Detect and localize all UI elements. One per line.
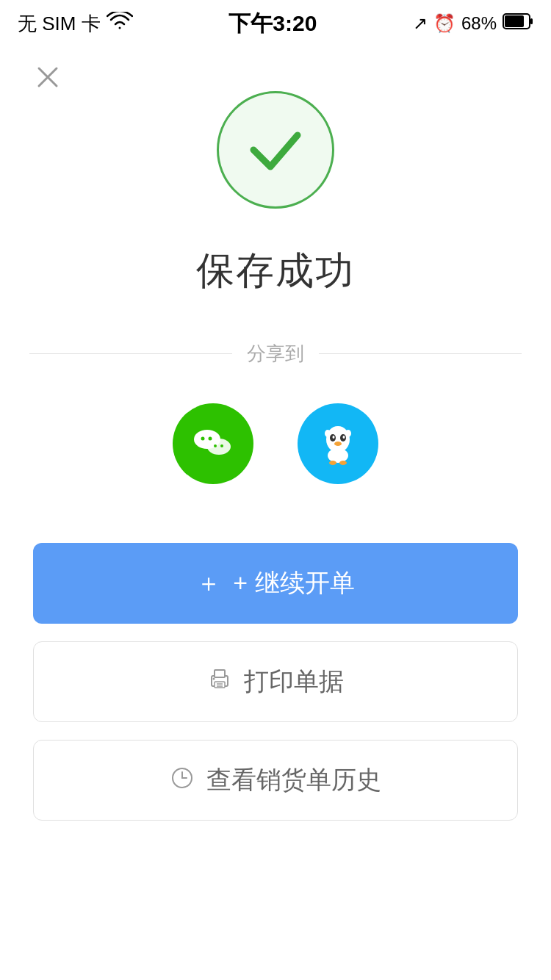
divider-line-right bbox=[319, 353, 522, 354]
location-icon: ↗ bbox=[413, 13, 428, 34]
continue-plus-icon: ＋ bbox=[196, 566, 221, 600]
svg-point-27 bbox=[213, 677, 215, 680]
svg-point-10 bbox=[220, 444, 223, 447]
close-button[interactable] bbox=[29, 59, 66, 96]
wechat-icon bbox=[188, 419, 238, 469]
alarm-icon: ⏰ bbox=[433, 13, 455, 34]
status-right: ↗ ⏰ 68% bbox=[413, 13, 533, 34]
battery-icon bbox=[503, 13, 533, 34]
print-button[interactable]: 打印单据 bbox=[33, 641, 518, 722]
checkmark-icon bbox=[242, 117, 309, 183]
svg-point-14 bbox=[333, 436, 335, 439]
share-wechat-button[interactable] bbox=[173, 403, 253, 484]
svg-point-19 bbox=[328, 448, 348, 463]
svg-point-6 bbox=[207, 439, 231, 455]
history-label: 查看销货单历史 bbox=[206, 763, 381, 797]
status-left: 无 SIM 卡 bbox=[18, 11, 133, 37]
svg-point-7 bbox=[201, 437, 205, 441]
svg-point-9 bbox=[214, 444, 217, 447]
history-icon bbox=[170, 765, 195, 796]
svg-point-21 bbox=[339, 461, 347, 465]
share-label: 分享到 bbox=[247, 341, 304, 367]
history-button[interactable]: 查看销货单历史 bbox=[33, 740, 518, 821]
continue-label: + 继续开单 bbox=[233, 566, 354, 600]
sim-text: 无 SIM 卡 bbox=[18, 11, 101, 37]
continue-button[interactable]: ＋ + 继续开单 bbox=[33, 543, 518, 624]
print-icon bbox=[207, 667, 232, 697]
svg-point-8 bbox=[209, 437, 212, 441]
svg-point-16 bbox=[334, 442, 342, 446]
share-divider: 分享到 bbox=[0, 341, 551, 367]
success-title: 保存成功 bbox=[196, 245, 355, 297]
success-circle bbox=[217, 91, 334, 209]
share-qq-button[interactable] bbox=[298, 403, 378, 484]
divider-line-left bbox=[29, 353, 232, 354]
svg-rect-24 bbox=[215, 682, 225, 688]
battery-text: 68% bbox=[461, 13, 497, 34]
svg-point-17 bbox=[325, 430, 331, 437]
wifi-icon bbox=[107, 12, 133, 36]
status-time: 下午3:20 bbox=[228, 9, 317, 39]
svg-point-18 bbox=[345, 430, 351, 437]
svg-rect-1 bbox=[505, 15, 524, 27]
svg-rect-2 bbox=[530, 18, 533, 24]
main-content: 保存成功 分享到 bbox=[0, 47, 551, 821]
action-buttons: ＋ + 继续开单 打印单据 bbox=[33, 543, 518, 821]
svg-rect-23 bbox=[215, 670, 225, 677]
status-bar: 无 SIM 卡 下午3:20 ↗ ⏰ 68% bbox=[0, 0, 551, 47]
print-label: 打印单据 bbox=[244, 665, 344, 699]
svg-point-20 bbox=[329, 461, 336, 465]
qq-icon bbox=[313, 419, 363, 469]
share-icons bbox=[173, 403, 378, 484]
svg-point-15 bbox=[343, 436, 345, 439]
